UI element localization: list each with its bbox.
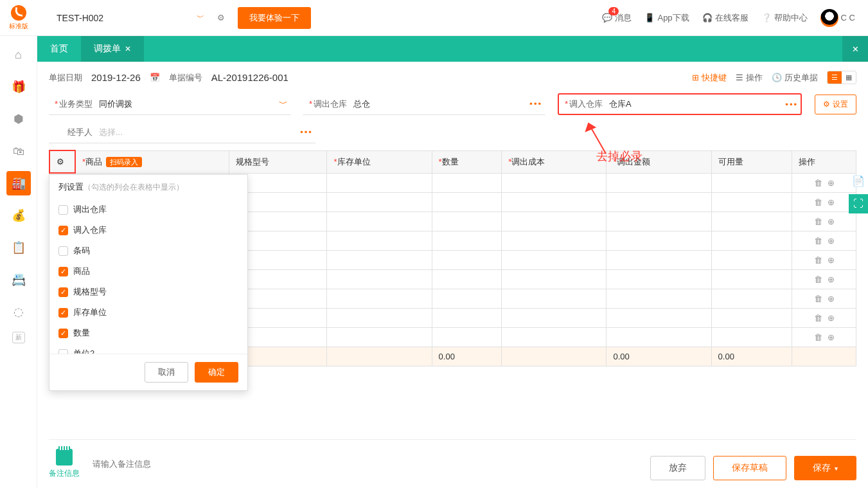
copy-icon[interactable]: ⊕ [828,178,835,188]
column-settings-button[interactable]: ⚙ [49,150,75,173]
column-option[interactable]: ✓数量 [58,323,238,343]
delete-icon[interactable]: 🗑 [814,236,822,246]
app-download-link[interactable]: 📱 App下载 [644,12,689,24]
messages-link[interactable]: 💬 消息 4 [602,12,632,24]
help-center-link[interactable]: ❔ 帮助中心 [761,12,808,24]
copy-icon[interactable]: ⊕ [828,197,835,207]
column-option[interactable]: 单位2 [58,343,238,354]
save-draft-button[interactable]: 保存草稿 [713,456,786,480]
confirm-button[interactable]: 确定 [195,362,238,383]
tabs-close-all[interactable]: ✕ [842,36,868,62]
logo-icon [11,5,26,21]
sidebar-finance[interactable]: 💰 [6,203,31,228]
column-option[interactable]: 调出仓库 [58,199,238,220]
copy-icon[interactable]: ⊕ [828,313,835,323]
delete-icon[interactable]: 🗑 [814,313,822,323]
app-logo: 标准版 [0,5,37,31]
col-unit: *库存单位 [327,150,432,173]
column-option[interactable]: ✓库存单位 [58,302,238,323]
delete-icon[interactable]: 🗑 [814,197,822,207]
chevron-down-icon: ▾ [835,465,838,472]
checkbox-checked-icon[interactable]: ✓ [58,226,68,235]
checkbox-icon[interactable] [58,349,68,354]
trial-button[interactable]: 我要体验一下 [238,7,311,29]
more-icon[interactable]: ••• [529,99,542,109]
checkbox-checked-icon[interactable]: ✓ [58,287,68,297]
column-list[interactable]: 调出仓库✓调入仓库条码✓商品✓规格型号✓库存单位✓数量单位2 [49,199,247,354]
doc-header: 单据日期 2019-12-26 📅 单据编号 AL-20191226-001 ⊞… [49,71,856,84]
delete-icon[interactable]: 🗑 [814,178,822,188]
column-option[interactable]: ✓调入仓库 [58,220,238,240]
user-menu[interactable]: C C [820,9,855,27]
delete-icon[interactable]: 🗑 [814,255,822,265]
scan-badge[interactable]: 扫码录入 [106,157,142,167]
settings-button[interactable]: ⚙ 设置 [815,95,856,114]
save-button[interactable]: 保存▾ [794,456,856,480]
sidebar-home[interactable]: ⌂ [6,42,31,67]
delete-icon[interactable]: 🗑 [814,332,822,342]
copy-icon[interactable]: ⊕ [828,294,835,303]
tab-transfer-order[interactable]: 调拨单 ✕ [81,36,144,62]
checkbox-checked-icon[interactable]: ✓ [58,329,68,338]
delete-icon[interactable]: 🗑 [814,275,822,284]
number-label: 单据编号 [169,72,202,84]
fullscreen-tool[interactable]: ⛶ [849,194,868,213]
checkbox-checked-icon[interactable]: ✓ [58,308,68,318]
gear-icon[interactable]: ⚙ [217,13,225,23]
copy-icon[interactable]: ⊕ [828,275,835,284]
date-value[interactable]: 2019-12-26 [91,72,141,83]
delete-icon[interactable]: 🗑 [814,294,822,303]
copy-icon[interactable]: ⊕ [828,217,835,226]
discard-button[interactable]: 放弃 [650,456,705,480]
form-row-1: *业务类型 同价调拨 ﹀ *调出仓库 总仓 ••• *调入仓库 仓库A ••• … [49,93,856,115]
more-icon[interactable]: ••• [300,127,313,137]
shop-selector-value: TEST-H002 [57,13,103,23]
sidebar-report[interactable]: 📋 [6,235,31,260]
footer-actions: 放弃 保存草稿 保存▾ [650,456,856,480]
calendar-icon[interactable]: 📅 [150,73,160,82]
column-option[interactable]: ✓商品 [58,261,238,282]
delete-icon[interactable]: 🗑 [814,217,822,226]
close-icon[interactable]: ✕ [125,44,131,53]
view-toggle[interactable]: ☰ ▦ [827,71,856,84]
help-icon: ❔ [761,13,772,23]
tab-home[interactable]: 首页 [37,36,81,62]
in-warehouse-field[interactable]: *调入仓库 仓库A ••• [558,93,802,115]
view-grid-icon[interactable]: ▦ [842,71,856,84]
sidebar-gift[interactable]: 🎁 [6,75,31,99]
copy-icon[interactable]: ⊕ [828,236,835,246]
copy-icon[interactable]: ⊕ [828,255,835,265]
operate-link[interactable]: ☰操作 [736,72,763,84]
shortcut-link[interactable]: ⊞快捷键 [692,72,727,84]
checkbox-icon[interactable] [58,246,68,256]
sidebar-shop[interactable]: ⬢ [6,107,31,131]
copy-icon[interactable]: ⊕ [828,332,835,342]
notes-tool[interactable]: 📄 [849,171,868,190]
sidebar-cart[interactable]: 🛍 [6,139,31,163]
messages-badge: 4 [608,7,619,15]
sidebar-contacts[interactable]: 📇 [6,267,31,292]
cancel-button[interactable]: 取消 [145,362,188,383]
number-value: AL-20191226-001 [211,72,288,83]
total-available: 0.00 [711,347,792,366]
column-option[interactable]: 条码 [58,240,238,261]
chevron-down-icon[interactable]: ﹀ [279,98,288,110]
column-option[interactable]: ✓规格型号 [58,282,238,302]
right-tools: 📄 ⛶ [849,171,868,213]
phone-icon: 📱 [644,13,655,23]
more-icon[interactable]: ••• [785,100,798,109]
history-link[interactable]: 🕓历史单据 [772,72,818,84]
biz-type-field[interactable]: *业务类型 同价调拨 ﹀ [49,93,290,115]
sidebar-more[interactable]: ◌ [6,300,31,324]
shop-selector[interactable]: TEST-H002 ﹀ [50,8,211,28]
view-list-icon[interactable]: ☰ [828,71,842,84]
col-product: *商品扫码录入 [75,150,229,173]
sidebar-warehouse[interactable]: 🏭 [6,171,31,195]
sidebar-new[interactable]: 新 [12,332,25,343]
out-warehouse-field[interactable]: *调出仓库 总仓 ••• [303,93,545,115]
checkbox-icon[interactable] [58,205,68,215]
handler-field[interactable]: 经手人 选择... ••• [49,122,315,143]
checkbox-checked-icon[interactable]: ✓ [58,267,68,276]
avatar [820,9,838,27]
online-service-link[interactable]: 🎧 在线客服 [702,12,748,24]
